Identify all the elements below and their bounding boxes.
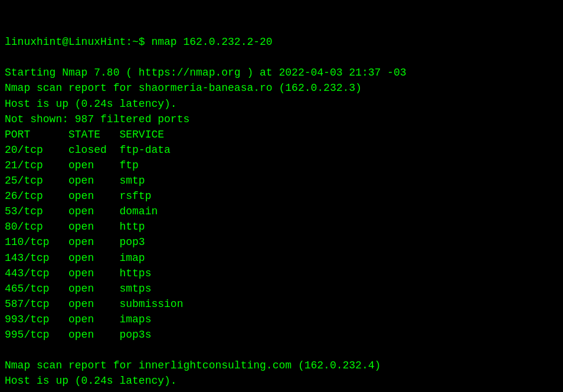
terminal-line-3: Not shown: 987 filtered ports — [5, 112, 558, 127]
terminal-line-6: 21/tcp open ftp — [5, 158, 558, 173]
terminal-line-1: Nmap scan report for shaormeria-baneasa.… — [5, 80, 558, 96]
terminal-line-15: 587/tcp open submission — [5, 296, 558, 312]
terminal-line-2: Host is up (0.24s latency). — [5, 96, 558, 112]
terminal-window: linuxhint@LinuxHint:~$ nmap 162.0.232.2-… — [5, 4, 558, 388]
terminal-line-8: 26/tcp open rsftp — [5, 188, 558, 204]
terminal-line-9: 53/tcp open domain — [5, 204, 558, 219]
terminal-line-17: 995/tcp open pop3s — [5, 327, 558, 342]
terminal-line-10: 80/tcp open http — [5, 219, 558, 234]
prompt-line: linuxhint@LinuxHint:~$ nmap 162.0.232.2-… — [5, 34, 558, 50]
terminal-line-7: 25/tcp open smtp — [5, 173, 558, 188]
terminal-line-13: 443/tcp open https — [5, 266, 558, 281]
terminal-line-11: 110/tcp open pop3 — [5, 234, 558, 250]
terminal-line-4: PORT STATE SERVICE — [5, 127, 558, 142]
terminal-line-16: 993/tcp open imaps — [5, 312, 558, 327]
terminal-line-18 — [5, 342, 558, 358]
terminal-line-14: 465/tcp open smtps — [5, 281, 558, 296]
terminal-line-19: Nmap scan report for innerlightconsultin… — [5, 358, 558, 373]
terminal-line-0: Starting Nmap 7.80 ( https://nmap.org ) … — [5, 65, 558, 80]
terminal-line-5: 20/tcp closed ftp-data — [5, 142, 558, 158]
terminal-line-12: 143/tcp open imap — [5, 250, 558, 266]
terminal-line-20: Host is up (0.24s latency). — [5, 373, 558, 388]
